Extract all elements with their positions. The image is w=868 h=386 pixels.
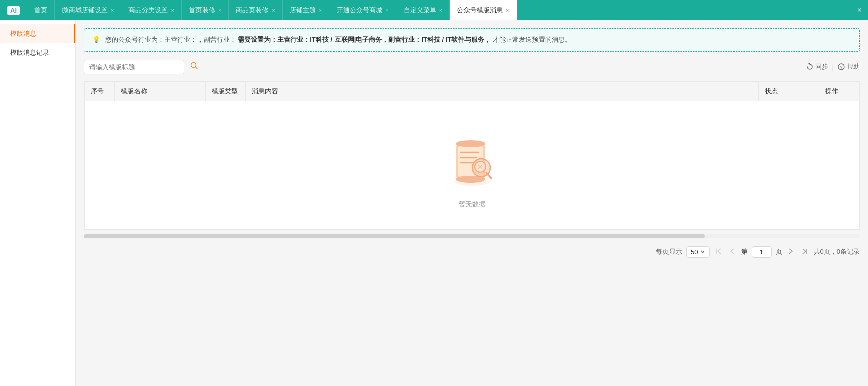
nav-tab-home-label: 首页 xyxy=(34,6,47,15)
top-nav: Ai 首页 微商城店铺设置 × 商品分类设置 × 首页装修 × 商品页装修 × … xyxy=(0,0,868,20)
help-label: 帮助 xyxy=(847,62,860,71)
nav-tab-home-deco[interactable]: 首页装修 × xyxy=(182,0,229,20)
col-message-content: 消息内容 xyxy=(246,81,759,101)
col-operation: 操作 xyxy=(819,81,859,101)
first-page-button[interactable] xyxy=(714,247,724,257)
svg-text:?: ? xyxy=(840,65,842,70)
close-open-mall-icon[interactable]: × xyxy=(385,7,388,13)
close-wechat-template-icon[interactable]: × xyxy=(506,7,509,13)
empty-state: 暂无数据 xyxy=(85,101,859,229)
sync-button[interactable]: 同步 xyxy=(806,62,828,71)
nav-tab-open-mall-label: 开通公众号商城 xyxy=(337,6,382,15)
nav-tab-wechat-template-label: 公众号模版消息 xyxy=(457,6,503,15)
svg-line-1 xyxy=(196,67,198,69)
close-shop-settings-icon[interactable]: × xyxy=(111,7,114,13)
per-page-label: 每页显示 xyxy=(656,247,682,256)
close-home-deco-icon[interactable]: × xyxy=(218,7,221,13)
nav-tab-wechat-template[interactable]: 公众号模版消息 × xyxy=(450,0,516,20)
notice-highlight: 需要设置为：主营行业：IT科技 / 互联网|电子商务，副营行业：IT科技 / I… xyxy=(238,36,491,43)
first-page-icon xyxy=(716,248,722,254)
main-layout: 模版消息 模版消息记录 💡 您的公众号行业为：主营行业：，副营行业： 需要设置为… xyxy=(0,20,868,386)
close-category-icon[interactable]: × xyxy=(171,7,174,13)
col-status: 状态 xyxy=(759,81,819,101)
toolbar-divider: | xyxy=(832,63,834,71)
empty-row: 暂无数据 xyxy=(85,101,859,229)
search-input[interactable] xyxy=(84,60,184,74)
logo-tab: Ai xyxy=(0,0,27,20)
page-label: 页 xyxy=(776,247,782,256)
search-right: 同步 | ? 帮助 xyxy=(806,62,860,71)
page-di-label: 第 xyxy=(741,247,748,256)
col-template-type: 模版类型 xyxy=(206,81,246,101)
scrollbar-thumb[interactable] xyxy=(84,234,705,238)
pagination: 每页显示 50 第 页 xyxy=(84,242,860,262)
sync-label: 同步 xyxy=(815,62,828,71)
search-left xyxy=(84,60,201,74)
notice-box: 💡 您的公众号行业为：主营行业：，副营行业： 需要设置为：主营行业：IT科技 /… xyxy=(84,28,860,52)
close-shop-theme-icon[interactable]: × xyxy=(319,7,322,13)
empty-text: 暂无数据 xyxy=(459,200,485,209)
content-area: 💡 您的公众号行业为：主营行业：，副营行业： 需要设置为：主营行业：IT科技 /… xyxy=(76,20,868,386)
search-button[interactable] xyxy=(188,60,201,74)
nav-tab-shop-settings[interactable]: 微商城店铺设置 × xyxy=(55,0,121,20)
help-icon: ? xyxy=(838,63,845,70)
search-bar: 同步 | ? 帮助 xyxy=(84,60,860,74)
sidebar-item-template-msg-record[interactable]: 模版消息记录 xyxy=(0,43,75,62)
nav-tab-custom-menu[interactable]: 自定义菜单 × xyxy=(396,0,450,20)
nav-tab-product-deco[interactable]: 商品页装修 × xyxy=(229,0,282,20)
last-page-icon xyxy=(802,248,808,254)
nav-tab-shop-theme[interactable]: 店铺主题 × xyxy=(283,0,329,20)
close-product-deco-icon[interactable]: × xyxy=(272,7,275,13)
notice-suffix: 才能正常发送预置的消息。 xyxy=(493,36,571,43)
last-page-button[interactable] xyxy=(799,247,810,257)
svg-point-10 xyxy=(456,140,485,147)
empty-state-icon xyxy=(442,131,502,192)
notice-prefix: 您的公众号行业为：主营行业：，副营行业： xyxy=(105,36,236,43)
search-icon xyxy=(190,62,198,70)
col-seq: 序号 xyxy=(85,81,115,101)
per-page-select[interactable]: 50 xyxy=(686,246,709,258)
total-info: 共0页，0条记录 xyxy=(814,247,860,256)
nav-tab-category-label: 商品分类设置 xyxy=(128,6,168,15)
table-body: 暂无数据 xyxy=(85,101,859,229)
prev-page-button[interactable] xyxy=(728,247,737,257)
nav-tab-shop-theme-label: 店铺主题 xyxy=(290,6,316,15)
close-all-button[interactable]: × xyxy=(851,0,868,20)
table-header: 序号 模版名称 模版类型 消息内容 状态 操作 xyxy=(85,81,859,101)
nav-tab-open-mall[interactable]: 开通公众号商城 × xyxy=(329,0,396,20)
nav-tab-category[interactable]: 商品分类设置 × xyxy=(121,0,181,20)
logo-text: Ai xyxy=(7,6,20,15)
close-custom-menu-icon[interactable]: × xyxy=(439,7,442,13)
chevron-down-icon xyxy=(700,249,705,254)
per-page-value: 50 xyxy=(691,248,698,256)
help-button[interactable]: ? 帮助 xyxy=(838,62,860,71)
nav-tab-home[interactable]: 首页 xyxy=(27,0,55,20)
data-table-wrapper: 序号 模版名称 模版类型 消息内容 状态 操作 xyxy=(84,81,860,230)
col-template-name: 模版名称 xyxy=(115,81,206,101)
prev-page-icon xyxy=(730,248,735,254)
nav-tab-custom-menu-label: 自定义菜单 xyxy=(404,6,436,15)
next-page-button[interactable] xyxy=(786,247,795,257)
sidebar-item-template-msg-record-label: 模版消息记录 xyxy=(10,49,49,56)
nav-tab-home-deco-label: 首页装修 xyxy=(189,6,215,15)
next-page-icon xyxy=(788,248,793,254)
notice-icon: 💡 xyxy=(92,36,100,43)
sidebar-item-template-msg[interactable]: 模版消息 xyxy=(0,24,75,43)
nav-tab-product-deco-label: 商品页装修 xyxy=(236,6,269,15)
data-table: 序号 模版名称 模版类型 消息内容 状态 操作 xyxy=(84,81,859,229)
sidebar: 模版消息 模版消息记录 xyxy=(0,20,76,386)
nav-tab-shop-settings-label: 微商城店铺设置 xyxy=(62,6,108,15)
horizontal-scrollbar[interactable] xyxy=(84,234,860,238)
sync-icon xyxy=(806,63,813,70)
sidebar-item-template-msg-label: 模版消息 xyxy=(10,30,36,37)
page-number-input[interactable] xyxy=(752,246,772,258)
